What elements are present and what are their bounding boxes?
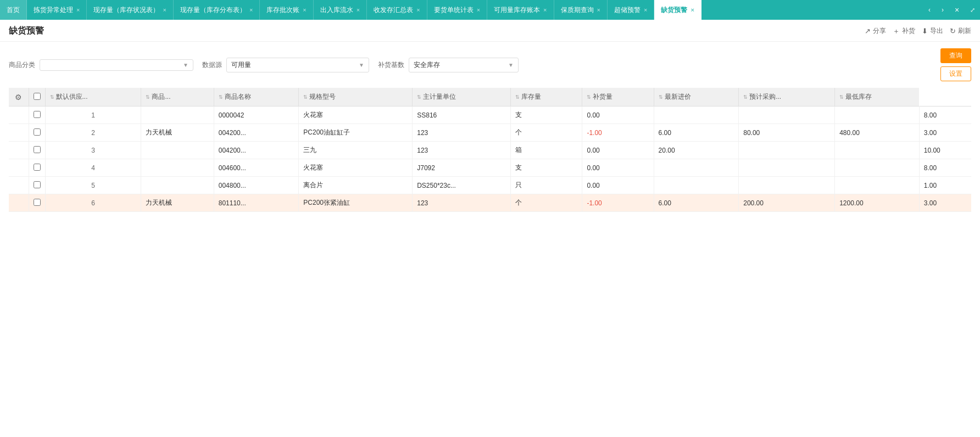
tab-nav-actions: ‹ › × ⤢	[923, 0, 980, 20]
main-content: 缺货预警 ↗ 分享 ＋ 补货 ⬇ 导出 ↻ 刷新 商品分类	[0, 20, 980, 437]
col-product-name: ⇅ 商品名称	[214, 88, 299, 107]
row-spec-3: J7092	[413, 159, 511, 177]
replenish-action[interactable]: ＋ 补货	[893, 26, 915, 36]
sort-name-icon[interactable]: ⇅	[219, 94, 223, 100]
close-tab-overstock[interactable]: ×	[644, 7, 647, 13]
tab-available-ledger[interactable]: 可用量库存账本 ×	[487, 0, 554, 20]
tab-abnormal[interactable]: 拣货异常处理 ×	[27, 0, 87, 20]
tab-order-stats[interactable]: 要货单统计表 ×	[427, 0, 487, 20]
tab-prev-btn[interactable]: ‹	[923, 0, 936, 20]
replenish-base-value: 安全库存	[414, 60, 440, 70]
export-action[interactable]: ⬇ 导出	[922, 26, 943, 36]
row-code-4: 004800...	[214, 177, 299, 194]
share-action[interactable]: ↗ 分享	[865, 26, 886, 36]
col-stock-qty: ⇅ 库存量	[511, 88, 582, 107]
tab-receive-summary[interactable]: 收发存汇总表 ×	[367, 0, 427, 20]
row-price-1: 80.00	[739, 124, 835, 142]
replenish-icon: ＋	[893, 26, 900, 36]
tab-expiry-query[interactable]: 保质期查询 ×	[554, 0, 608, 20]
replenish-base-select[interactable]: 安全库存 ▼	[409, 58, 519, 72]
row-settings-1	[9, 124, 29, 142]
table-header-row: ⚙ ⇅ 默认供应... ⇅ 商品...	[9, 88, 971, 107]
row-name-3: 火花塞	[299, 159, 413, 177]
row-checkbox-2[interactable]	[34, 146, 41, 153]
tab-shortage[interactable]: 缺货预警 ×	[654, 0, 701, 20]
sort-code-icon[interactable]: ⇅	[146, 94, 150, 100]
sort-supplier-icon[interactable]: ⇅	[50, 94, 54, 100]
tab-maximize-btn[interactable]: ⤢	[965, 0, 980, 20]
select-all-checkbox[interactable]	[34, 93, 41, 100]
tab-batch-account[interactable]: 库存批次账 ×	[260, 0, 313, 20]
row-checkbox-0[interactable]	[34, 111, 41, 118]
datasource-filter: 数据源 可用量 ▼	[202, 58, 369, 72]
close-tab-inventory-dist[interactable]: ×	[249, 7, 253, 13]
tab-bar: 首页 拣货异常处理 × 现存量（库存状况表） × 现存量（库存分布表） × 库存…	[0, 0, 980, 20]
tab-close-all-btn[interactable]: ×	[949, 0, 965, 20]
settings-button[interactable]: 设置	[940, 66, 971, 81]
datasource-label: 数据源	[202, 60, 222, 70]
tab-home[interactable]: 首页	[0, 0, 27, 20]
sort-spec-icon[interactable]: ⇅	[303, 94, 308, 100]
share-icon: ↗	[865, 27, 871, 35]
datasource-value: 可用量	[231, 60, 251, 70]
row-name-4: 离合片	[299, 177, 413, 194]
sort-replenish-icon[interactable]: ⇅	[587, 94, 591, 100]
col-product-code: ⇅ 商品...	[141, 88, 214, 107]
close-tab-abnormal[interactable]: ×	[76, 7, 80, 13]
category-select[interactable]: ▼	[40, 59, 193, 71]
row-supplier-4	[141, 177, 214, 194]
close-tab-available-ledger[interactable]: ×	[543, 7, 547, 13]
query-button[interactable]: 查询	[940, 48, 971, 63]
category-chevron-icon: ▼	[183, 62, 188, 68]
row-estimated-0	[835, 107, 920, 124]
datasource-select[interactable]: 可用量 ▼	[226, 58, 369, 72]
close-tab-expiry-query[interactable]: ×	[597, 7, 600, 13]
row-num-1: 2	[45, 124, 141, 142]
row-checkbox-4[interactable]	[34, 181, 41, 188]
row-stock-4: 0.00	[582, 177, 654, 194]
table-settings-icon[interactable]: ⚙	[14, 93, 23, 102]
row-checkbox-cell-4	[29, 177, 45, 194]
tab-inventory-dist[interactable]: 现存量（库存分布表） ×	[174, 0, 260, 20]
row-num-2: 3	[45, 142, 141, 159]
tab-overstock[interactable]: 超储预警 ×	[608, 0, 654, 20]
row-spec-5: 123	[413, 194, 511, 212]
category-filter: 商品分类 ▼	[9, 59, 193, 71]
close-tab-receive-summary[interactable]: ×	[416, 7, 420, 13]
row-min-stock-1: 3.00	[919, 124, 971, 142]
close-tab-batch-account[interactable]: ×	[303, 7, 306, 13]
row-estimated-2	[835, 142, 920, 159]
close-tab-inventory-status[interactable]: ×	[163, 7, 166, 13]
row-replenish-5: 6.00	[654, 194, 739, 212]
refresh-icon: ↻	[950, 27, 956, 35]
sort-estimated-icon[interactable]: ⇅	[743, 94, 748, 100]
col-settings: ⚙	[9, 88, 29, 107]
row-min-stock-0: 8.00	[919, 107, 971, 124]
close-tab-order-stats[interactable]: ×	[477, 7, 480, 13]
page-header: 缺货预警 ↗ 分享 ＋ 补货 ⬇ 导出 ↻ 刷新	[0, 20, 980, 42]
row-checkbox-5[interactable]	[34, 199, 41, 206]
sort-stock-icon[interactable]: ⇅	[515, 94, 520, 100]
row-min-stock-4: 1.00	[919, 177, 971, 194]
sort-price-icon[interactable]: ⇅	[659, 94, 663, 100]
header-actions: ↗ 分享 ＋ 补货 ⬇ 导出 ↻ 刷新	[865, 26, 971, 36]
table-container: ⚙ ⇅ 默认供应... ⇅ 商品...	[0, 88, 980, 212]
row-replenish-0	[654, 107, 739, 124]
category-label: 商品分类	[9, 60, 35, 70]
row-checkbox-1[interactable]	[34, 128, 41, 136]
tab-inventory-status[interactable]: 现存量（库存状况表） ×	[87, 0, 173, 20]
tab-inout-flow[interactable]: 出入库流水 ×	[314, 0, 367, 20]
sort-min-icon[interactable]: ⇅	[839, 94, 844, 100]
refresh-action[interactable]: ↻ 刷新	[950, 26, 971, 36]
close-tab-inout-flow[interactable]: ×	[357, 7, 360, 13]
tab-next-btn[interactable]: ›	[936, 0, 949, 20]
row-checkbox-3[interactable]	[34, 164, 41, 171]
table-row: 5 004800... 离合片 DS250*23c... 只 0.00 1.00	[9, 177, 971, 194]
row-unit-3: 支	[511, 159, 582, 177]
sort-unit-icon[interactable]: ⇅	[417, 94, 421, 100]
row-unit-4: 只	[511, 177, 582, 194]
table-row: 6 力天机械 801110... PC200张紧油缸 123 个 -1.00 6…	[9, 194, 971, 212]
replenish-base-chevron-icon: ▼	[508, 62, 514, 68]
row-checkbox-cell-3	[29, 159, 45, 177]
close-tab-shortage[interactable]: ×	[691, 7, 694, 13]
